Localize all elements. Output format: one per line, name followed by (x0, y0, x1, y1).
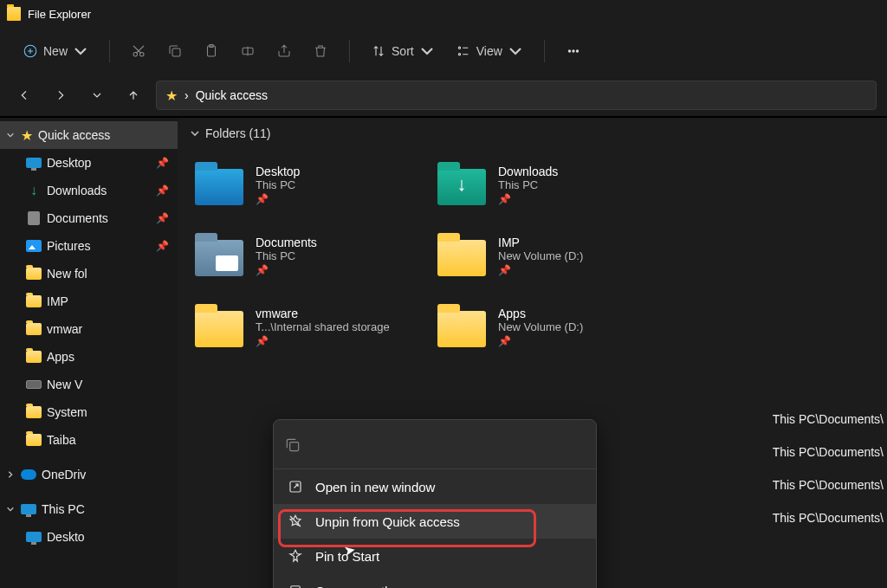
rename-button[interactable] (231, 36, 264, 66)
sidebar-item-label: Desktop (47, 156, 91, 170)
folder-location: T...\Internal shared storage (256, 320, 390, 333)
sidebar-thispc-desktop[interactable]: Deskto (0, 523, 178, 551)
breadcrumb-root[interactable]: Quick access (196, 88, 268, 102)
sidebar-item[interactable]: Desktop📌 (0, 149, 178, 177)
svg-rect-12 (290, 443, 299, 451)
folder-icon (26, 294, 42, 309)
ctx-open-new-window[interactable]: Open in new window (274, 469, 596, 504)
pin-icon: 📌 (256, 262, 317, 276)
new-label: New (43, 44, 68, 58)
folder-item[interactable]: IMPNew Volume (D:)📌 (432, 220, 675, 291)
sidebar-item[interactable]: vmwar (0, 315, 178, 343)
svg-point-11 (576, 50, 578, 52)
folder-icon (26, 321, 42, 337)
folder-location: New Volume (D:) (498, 320, 583, 333)
folder-icon (195, 235, 243, 276)
sidebar-item[interactable]: IMP (0, 288, 178, 315)
svg-point-10 (573, 50, 574, 52)
sidebar-quick-access[interactable]: ★ Quick access (0, 121, 178, 149)
folder-icon: ↓ (437, 164, 486, 205)
svg-rect-3 (172, 48, 180, 56)
sidebar-item-label: New fol (47, 267, 87, 281)
view-button[interactable]: View (447, 36, 532, 66)
recent-paths: This PC\Documents\This PC\Documents\This… (773, 412, 884, 525)
folder-item[interactable]: DesktopThis PC📌 (190, 149, 432, 220)
pin-icon: 📌 (498, 262, 583, 276)
sidebar-item[interactable]: Taiba (0, 426, 178, 454)
folder-item[interactable]: ↓DownloadsThis PC📌 (432, 149, 675, 220)
pin-icon: 📌 (256, 191, 300, 205)
pin-icon: 📌 (156, 240, 169, 252)
folder-name: Documents (256, 236, 317, 249)
content-area: Folders (11) DesktopThis PC📌↓DownloadsTh… (178, 118, 887, 588)
sidebar-item-label: System (47, 405, 87, 419)
folder-icon (437, 306, 486, 347)
folder-location: This PC (498, 178, 558, 191)
back-button[interactable] (10, 81, 38, 109)
cloud-icon (21, 469, 36, 480)
sidebar-item-label: Documents (47, 211, 108, 225)
pin-icon: 📌 (156, 157, 169, 169)
folder-location: This PC (256, 249, 317, 262)
sidebar-label: Deskto (47, 530, 85, 544)
sidebar-item[interactable]: Pictures📌 (0, 232, 178, 260)
folder-name: vmware (256, 307, 390, 320)
sidebar-thispc[interactable]: This PC (0, 495, 178, 523)
more-button[interactable] (557, 36, 590, 66)
copy-button[interactable] (159, 36, 191, 66)
sort-label: Sort (392, 44, 414, 58)
new-button[interactable]: New (14, 36, 97, 66)
recent-path[interactable]: This PC\Documents\ (773, 478, 884, 492)
desktop-icon (26, 532, 42, 542)
navigation-row: ★ › Quick access (0, 74, 887, 116)
sidebar-item[interactable]: Documents📌 (0, 204, 178, 232)
breadcrumb-sep: › (185, 88, 189, 102)
folder-location: This PC (256, 178, 300, 191)
folder-item[interactable]: DocumentsThis PC📌 (190, 220, 432, 291)
sidebar-item[interactable]: New fol (0, 260, 178, 288)
sidebar-onedrive[interactable]: OneDriv (0, 461, 178, 488)
cut-button[interactable] (122, 36, 155, 66)
recent-button[interactable] (83, 81, 111, 109)
separator (349, 40, 350, 62)
pin-icon: 📌 (256, 333, 390, 347)
sidebar-item[interactable]: Apps (0, 343, 178, 371)
address-bar[interactable]: ★ › Quick access (156, 81, 877, 110)
ctx-copy-path[interactable]: Copy as path (274, 573, 596, 588)
folder-name: Apps (498, 307, 583, 320)
sidebar-item-label: Pictures (47, 239, 91, 253)
share-button[interactable] (268, 36, 301, 66)
folder-item[interactable]: vmwareT...\Internal shared storage📌 (190, 291, 432, 362)
folder-icon (26, 432, 42, 448)
sidebar-label: This PC (42, 502, 85, 516)
sidebar-item[interactable]: System (0, 398, 178, 426)
sidebar-item[interactable]: New V (0, 371, 178, 398)
folder-item[interactable]: AppsNew Volume (D:)📌 (432, 291, 675, 362)
up-button[interactable] (120, 81, 147, 109)
sort-button[interactable]: Sort (362, 36, 444, 66)
recent-path[interactable]: This PC\Documents\ (773, 412, 884, 426)
pin-icon: 📌 (156, 184, 169, 197)
svg-point-8 (458, 54, 460, 55)
app-icon (7, 7, 21, 21)
ctx-pin-start[interactable]: Pin to Start (274, 539, 596, 573)
context-menu: Open in new window Unpin from Quick acce… (273, 419, 597, 588)
delete-button[interactable] (304, 36, 337, 66)
separator (544, 40, 545, 62)
folder-icon (26, 349, 42, 365)
ctx-unpin-quick-access[interactable]: Unpin from Quick access (274, 504, 596, 539)
recent-path[interactable]: This PC\Documents\ (773, 445, 884, 459)
doc-icon (26, 210, 42, 226)
forward-button[interactable] (47, 81, 74, 109)
folder-icon (195, 306, 243, 347)
sidebar-item[interactable]: ↓Downloads📌 (0, 177, 178, 204)
paste-button[interactable] (195, 36, 228, 66)
separator (109, 40, 110, 62)
svg-point-9 (568, 50, 570, 52)
svg-point-7 (458, 47, 460, 48)
folder-icon (26, 404, 42, 420)
recent-path[interactable]: This PC\Documents\ (773, 511, 884, 525)
drive-icon (26, 377, 42, 392)
group-header[interactable]: Folders (11) (178, 118, 887, 149)
ctx-copy-icon-button[interactable] (284, 430, 301, 460)
